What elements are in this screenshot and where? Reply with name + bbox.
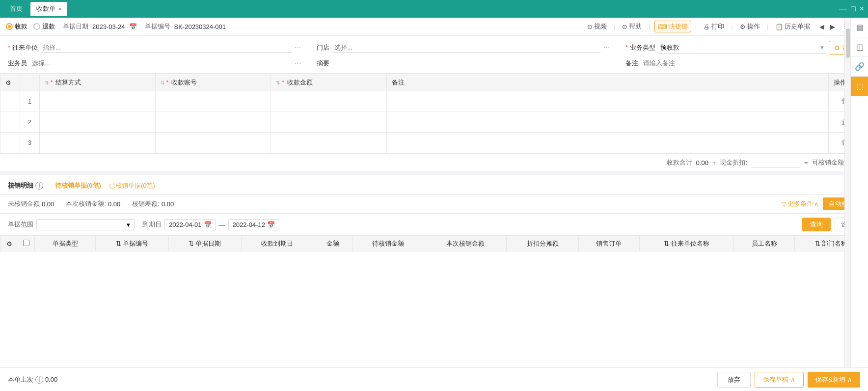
- staff-more-icon[interactable]: ···: [295, 59, 301, 68]
- equal-label: =: [804, 159, 808, 167]
- bt-sort-icon2: ⇅: [189, 240, 194, 247]
- staff-label: 业务员: [8, 59, 27, 68]
- radio-receive[interactable]: 收款: [6, 22, 27, 31]
- row1-settlement[interactable]: [40, 91, 156, 112]
- doc-num-info: 单据编号 SK-20230324-001: [145, 22, 226, 31]
- save-draft-label: 保存草稿: [763, 375, 788, 384]
- this-time-stat: 本次核销金额: 0.00: [66, 199, 120, 208]
- shortcut-action[interactable]: ⌨ 快捷键: [654, 21, 691, 32]
- operation-action[interactable]: ⚙ 操作: [737, 21, 763, 32]
- right-panel-icon-1[interactable]: ▤: [851, 18, 868, 37]
- video-action[interactable]: ⊙ 视频: [584, 21, 610, 32]
- abandon-button[interactable]: 放弃: [717, 372, 751, 388]
- save-draft-arrow-icon: ∧: [790, 376, 795, 383]
- offset-stats: 未核销金额 0.00 本次核销金额: 0.00 核销差额: 0.00 ▽ 更多条…: [0, 195, 868, 214]
- operation-icon: ⚙: [740, 23, 746, 30]
- footer-right: 放弃 保存草稿 ∧ 保存&新增 ∧: [717, 372, 860, 388]
- help-action[interactable]: ⊙ 帮助: [619, 21, 645, 32]
- store-more-icon[interactable]: ···: [603, 43, 610, 52]
- bt-sort-icon: ⇅: [116, 240, 121, 247]
- doc-date-label: 单据日期: [63, 22, 88, 31]
- nav-prev[interactable]: ◀: [817, 22, 827, 31]
- date-start-icon: 📅: [204, 221, 212, 228]
- tab-active[interactable]: 收款单 ×: [30, 2, 67, 16]
- window-minimize-icon[interactable]: —: [839, 4, 847, 13]
- doc-date-calendar-icon[interactable]: 📅: [129, 23, 137, 30]
- bt-col-settings[interactable]: ⚙: [0, 236, 18, 251]
- staff-input[interactable]: [30, 58, 292, 68]
- col-settings-header[interactable]: ⚙: [0, 74, 20, 91]
- counterpart-more-icon[interactable]: ···: [295, 43, 301, 52]
- bt-sort-icon4: ⇅: [815, 240, 820, 247]
- discount-input[interactable]: [751, 158, 800, 168]
- save-draft-button[interactable]: 保存草稿 ∧: [755, 372, 804, 388]
- date-end-input[interactable]: 2022-04-12 📅: [228, 219, 280, 230]
- scroll-thumb[interactable]: [846, 28, 850, 58]
- uncancelled-value: 0.00: [42, 200, 54, 208]
- row2-amount[interactable]: [271, 112, 387, 133]
- filter-icon: ▽: [782, 200, 787, 208]
- date-start-input[interactable]: 2022-04-01 📅: [164, 219, 216, 230]
- summary-input[interactable]: [332, 58, 610, 68]
- bt-col-staff: 员工名称: [734, 236, 795, 251]
- range-select[interactable]: ▾: [36, 219, 135, 230]
- uncancelled-label: 未核销金额: [8, 199, 40, 208]
- row1-account[interactable]: [155, 91, 271, 112]
- store-input[interactable]: [332, 43, 600, 53]
- diff-label: 核销差额:: [132, 199, 160, 208]
- query-button[interactable]: 查询: [802, 218, 831, 231]
- business-type-select[interactable]: 预收款 ▾: [658, 42, 826, 54]
- more-conditions-btn[interactable]: ▽ 更多条件 ∧: [782, 199, 819, 208]
- tab-completed[interactable]: 已核销单据(0笔): [105, 180, 159, 191]
- row1-note[interactable]: [387, 91, 829, 112]
- print-label: 打印: [711, 22, 724, 31]
- right-panel-icon-2[interactable]: ◫: [851, 37, 868, 57]
- tab-home[interactable]: 首页: [4, 2, 28, 16]
- summary-row: 收款合计 0.00 + 现金折扣: = 可核销金额 0.00: [0, 153, 868, 171]
- history-action[interactable]: 📋 历史单据: [772, 21, 813, 32]
- divider4: |: [731, 23, 732, 30]
- tab-pending[interactable]: 待核销单据(0笔): [51, 180, 105, 191]
- total-label: 收款合计: [667, 158, 692, 167]
- save-new-button[interactable]: 保存&新增 ∧: [808, 372, 860, 388]
- radio-refund[interactable]: 退款: [33, 22, 55, 31]
- nav-next[interactable]: ▶: [828, 22, 838, 31]
- table-row: 1 🗑 ⧉: [0, 91, 868, 112]
- bt-col-doc-date: ⇅ 单据日期: [168, 236, 241, 251]
- window-close-icon[interactable]: ×: [860, 4, 864, 13]
- note-input[interactable]: [641, 58, 860, 68]
- window-maximize-icon[interactable]: □: [851, 4, 856, 13]
- bt-select-all-checkbox[interactable]: [23, 240, 29, 246]
- due-date-label: 到期日: [142, 220, 162, 229]
- row3-amount[interactable]: [271, 133, 387, 153]
- diff-value: 0.00: [162, 200, 174, 208]
- row3-settlement[interactable]: [40, 133, 156, 153]
- bt-col-this-offset: 本次核销金额: [424, 236, 507, 251]
- tab-close-icon[interactable]: ×: [58, 6, 61, 12]
- counterpart-input[interactable]: [41, 43, 292, 53]
- offset-title: 核销明细 i: [8, 181, 43, 190]
- history-icon: 📋: [775, 23, 783, 30]
- row3-note[interactable]: [387, 133, 829, 153]
- date-range-separator: —: [219, 221, 225, 228]
- row2-settlement[interactable]: [40, 112, 156, 133]
- doc-num-label: 单据编号: [145, 22, 170, 31]
- help-icon: ⊙: [622, 23, 627, 30]
- scrollbar[interactable]: [844, 18, 850, 367]
- print-action[interactable]: 🖨 打印: [701, 21, 727, 32]
- row1-num: 1: [20, 91, 40, 112]
- this-time-value: 0.00: [108, 200, 120, 208]
- offset-info-icon[interactable]: i: [35, 182, 43, 190]
- footer-info-icon[interactable]: i: [35, 376, 43, 384]
- row3-account[interactable]: [155, 133, 271, 153]
- row2-note[interactable]: [387, 112, 829, 133]
- row2-account[interactable]: [155, 112, 271, 133]
- col-settlement-header: ⇅ * 结算方式: [40, 74, 156, 91]
- doc-date-value: 2023-03-24: [92, 23, 125, 30]
- right-panel-icon-4[interactable]: ⬚: [851, 77, 868, 96]
- settings-icon: ⚙: [834, 44, 840, 52]
- right-panel-icon-3[interactable]: 🔗: [851, 57, 868, 77]
- row1-amount[interactable]: [271, 91, 387, 112]
- summary-label: 摘要: [317, 59, 329, 68]
- store-field: 门店 ···: [317, 43, 610, 53]
